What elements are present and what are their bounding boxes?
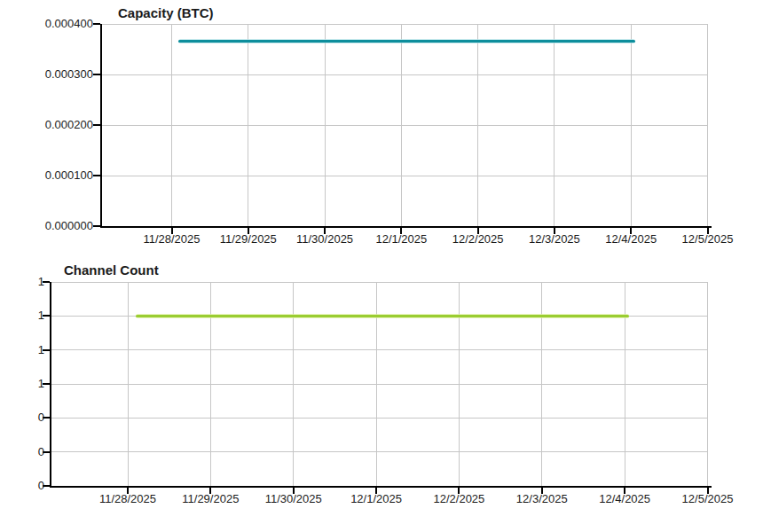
x-axis-tick-label: 12/3/2025	[502, 492, 582, 505]
x-axis-tick-label: 11/30/2025	[254, 492, 334, 505]
y-axis-line	[50, 282, 51, 488]
vertical-gridline	[459, 282, 460, 486]
x-axis-tick-label: 12/1/2025	[336, 492, 416, 505]
horizontal-gridline	[51, 451, 708, 452]
vertical-gridline	[128, 282, 129, 486]
horizontal-gridline	[51, 349, 708, 350]
x-axis-tick-label: 12/4/2025	[585, 492, 665, 505]
y-axis-tick-label: 0	[0, 479, 44, 493]
chart-title: Channel Count	[64, 262, 159, 278]
x-axis-tick-label: 11/28/2025	[88, 492, 168, 505]
y-axis-tick-label: 0	[0, 445, 44, 459]
vertical-gridline	[293, 282, 294, 486]
vertical-gridline	[210, 282, 211, 486]
y-axis-tick-label: 1	[0, 343, 44, 357]
vertical-gridline	[707, 282, 708, 486]
y-axis-tick-label: 0	[0, 411, 44, 425]
x-axis-tick-label: 11/29/2025	[170, 492, 250, 505]
vertical-gridline	[541, 282, 542, 486]
y-axis-tick-label: 1	[0, 377, 44, 391]
x-axis-line	[50, 486, 712, 488]
channel-count-chart: Channel Count111100011/28/202511/29/2025…	[0, 0, 763, 532]
horizontal-gridline	[51, 418, 708, 419]
channel-count-series-line	[136, 315, 629, 317]
vertical-gridline	[625, 282, 625, 486]
vertical-gridline	[376, 282, 377, 486]
x-axis-tick-label: 12/2/2025	[419, 492, 499, 505]
x-axis-tick-label: 12/5/2025	[668, 492, 748, 505]
y-axis-tick-label: 1	[0, 309, 44, 323]
horizontal-gridline	[51, 282, 708, 283]
y-axis-tick-label: 1	[0, 275, 44, 289]
horizontal-gridline	[51, 384, 708, 385]
charts-dashboard: Capacity (BTC)0.0004000.0003000.0002000.…	[0, 0, 763, 532]
